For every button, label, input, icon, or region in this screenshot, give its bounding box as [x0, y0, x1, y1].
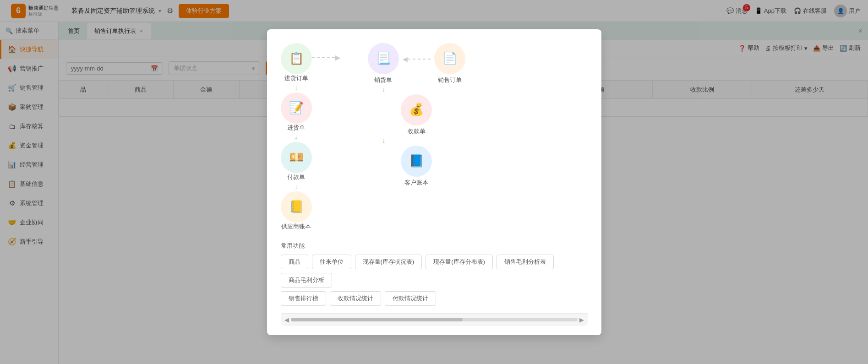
arrow-down-receipt: ↓ — [382, 137, 386, 144]
flow-diagram: 📋 进货订单 ↓ 📝 进货单 ↓ 💴 付款单 ↓ 📒 供应商账本 — [281, 43, 588, 231]
sales-order-icon[interactable]: 📄 — [434, 43, 465, 74]
func-btn-receipt-stats[interactable]: 收款情况统计 — [330, 291, 381, 306]
purchase-order-label: 进货订单 — [284, 74, 308, 82]
popup-dialog: 📋 进货订单 ↓ 📝 进货单 ↓ 💴 付款单 ↓ 📒 供应商账本 — [267, 29, 601, 335]
common-functions-section: 常用功能 商品 往来单位 现存量(库存状况表) 现存量(库存分布表) 销售毛利分… — [281, 242, 588, 306]
payment-icon[interactable]: 💴 — [281, 142, 312, 173]
receipt-label: 收款单 — [408, 127, 426, 136]
purchase-order-icon[interactable]: 📋 — [281, 43, 312, 74]
receipt-icon[interactable]: 💰 — [401, 94, 432, 125]
customer-ledger-icon[interactable]: 📘 — [401, 146, 432, 177]
func-btn-sales-rank[interactable]: 销售排行榜 — [281, 291, 326, 306]
payment-label: 付款单 — [287, 173, 305, 181]
flow-pair-payment: 💴 付款单 — [281, 142, 312, 181]
scroll-right-icon[interactable]: ▶ — [579, 316, 584, 323]
supplier-ledger-label: 供应商账本 — [281, 223, 311, 231]
func-buttons-row1: 商品 往来单位 现存量(库存状况表) 现存量(库存分布表) 销售毛利分析表 商品… — [281, 255, 588, 288]
flow-pair-purchase-receipt: 📝 进货单 — [281, 92, 312, 132]
popup-overlay[interactable]: 📋 进货订单 ↓ 📝 进货单 ↓ 💴 付款单 ↓ 📒 供应商账本 — [0, 0, 868, 364]
func-btn-product-profit[interactable]: 商品毛利分析 — [281, 273, 332, 288]
supplier-ledger-icon[interactable]: 📒 — [281, 191, 312, 223]
sales-receipt-icon[interactable]: 📃 — [368, 43, 399, 74]
purchase-receipt-label: 进货单 — [287, 124, 305, 132]
common-func-title: 常用功能 — [281, 242, 588, 250]
func-btn-payment-stats[interactable]: 付款情况统计 — [385, 291, 436, 306]
arrow-down-2: ↓ — [295, 134, 298, 140]
arrow-down-1: ↓ — [295, 84, 298, 91]
purchase-receipt-icon[interactable]: 📝 — [281, 92, 312, 124]
scroll-thumb[interactable] — [291, 318, 463, 321]
arrow-down-3: ↓ — [295, 183, 298, 190]
flow-pair-supplier-ledger: 📒 供应商账本 — [281, 191, 312, 231]
scroll-track — [291, 318, 578, 321]
func-btn-partner[interactable]: 往来单位 — [312, 255, 351, 269]
func-btn-sales-profit[interactable]: 销售毛利分析表 — [497, 255, 554, 269]
scroll-left-icon[interactable]: ◀ — [284, 316, 289, 323]
sales-order-label: 销售订单 — [438, 76, 462, 84]
flow-pair-purchase-order: 📋 进货订单 — [281, 43, 312, 82]
func-btn-stock-dist[interactable]: 现存量(库存分布表) — [426, 255, 493, 269]
customer-ledger-label: 客户账本 — [404, 179, 428, 187]
func-btn-stock-status[interactable]: 现存量(库存状况表) — [355, 255, 422, 269]
sales-receipt-label: 销货单 — [374, 76, 392, 84]
func-btn-product[interactable]: 商品 — [281, 255, 308, 269]
scroll-bar-area: ◀ ▶ — [281, 313, 588, 326]
arrow-down-sales: ↓ — [382, 86, 386, 92]
func-buttons-row2: 销售排行榜 收款情况统计 付款情况统计 — [281, 291, 588, 306]
